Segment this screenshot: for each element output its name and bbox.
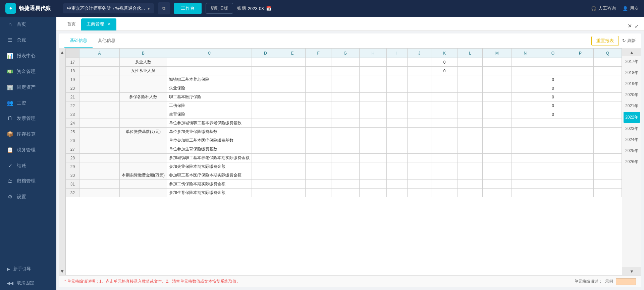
cell-17-g[interactable] xyxy=(331,58,359,67)
cell-31-i[interactable] xyxy=(387,180,407,189)
cell-30-f[interactable] xyxy=(306,171,331,180)
cell-25-p[interactable] xyxy=(567,128,593,136)
cell-19-k[interactable] xyxy=(431,75,458,84)
year-2024[interactable]: 2024年 xyxy=(622,134,641,145)
cell-28-j[interactable] xyxy=(407,154,431,162)
sidebar-item-finance[interactable]: 💵 资金管理 xyxy=(0,64,56,79)
cell-31-n[interactable] xyxy=(512,180,539,189)
cell-26-j[interactable] xyxy=(407,136,431,145)
reset-report-button[interactable]: 重置报表 xyxy=(591,36,619,46)
cell-31-k[interactable] xyxy=(431,180,458,189)
cell-17-j[interactable] xyxy=(407,58,431,67)
cell-21-j[interactable] xyxy=(407,93,431,101)
cell-20-g[interactable] xyxy=(331,84,359,93)
cell-31-c[interactable]: 参加工伤保险本期实际缴费金额 xyxy=(167,180,252,189)
cell-21-q[interactable] xyxy=(593,93,622,101)
cell-26-d[interactable] xyxy=(252,136,279,145)
cell-30-d[interactable] xyxy=(252,171,279,180)
cell-20-k[interactable] xyxy=(431,84,458,93)
cell-29-k[interactable] xyxy=(431,162,458,171)
cell-23-o[interactable]: 0 xyxy=(539,110,567,119)
cell-29-f[interactable] xyxy=(306,162,331,171)
cell-25-f[interactable] xyxy=(306,128,331,136)
cell-18-c[interactable] xyxy=(167,67,252,75)
cell-18-g[interactable] xyxy=(331,67,359,75)
cell-28-b[interactable] xyxy=(120,154,167,162)
cell-26-a[interactable] xyxy=(79,136,120,145)
cell-21-a[interactable] xyxy=(79,93,120,101)
cell-20-f[interactable] xyxy=(306,84,331,93)
year-up-button[interactable]: ▲ xyxy=(622,48,641,56)
workbench-button[interactable]: 工作台 xyxy=(174,3,202,14)
cell-18-n[interactable] xyxy=(512,67,539,75)
cell-19-l[interactable] xyxy=(458,75,483,84)
cell-22-c[interactable]: 工伤保险 xyxy=(167,101,252,110)
cell-30-q[interactable] xyxy=(593,171,622,180)
cell-30-e[interactable] xyxy=(279,171,306,180)
cell-27-j[interactable] xyxy=(407,145,431,154)
cell-20-o[interactable]: 0 xyxy=(539,84,567,93)
cell-23-a[interactable] xyxy=(79,110,120,119)
cell-22-o[interactable]: 0 xyxy=(539,101,567,110)
cell-22-g[interactable] xyxy=(331,101,359,110)
cell-28-a[interactable] xyxy=(79,154,120,162)
cell-28-m[interactable] xyxy=(483,154,512,162)
cell-20-p[interactable] xyxy=(567,84,593,93)
cell-21-o[interactable]: 0 xyxy=(539,93,567,101)
cell-19-o[interactable]: 0 xyxy=(539,75,567,84)
cell-25-k[interactable] xyxy=(431,128,458,136)
cell-31-p[interactable] xyxy=(567,180,593,189)
cell-25-m[interactable] xyxy=(483,128,512,136)
cell-25-a[interactable] xyxy=(79,128,120,136)
cell-18-e[interactable] xyxy=(279,67,306,75)
cell-21-m[interactable] xyxy=(483,93,512,101)
cell-21-d[interactable] xyxy=(252,93,279,101)
cell-30-g[interactable] xyxy=(331,171,359,180)
cell-31-f[interactable] xyxy=(306,180,331,189)
cell-23-p[interactable] xyxy=(567,110,593,119)
cell-25-l[interactable] xyxy=(458,128,483,136)
cell-28-h[interactable] xyxy=(359,154,386,162)
cell-20-b[interactable] xyxy=(120,84,167,93)
sidebar-item-tax[interactable]: 📋 税务管理 xyxy=(0,142,56,158)
cell-31-l[interactable] xyxy=(458,180,483,189)
cell-20-i[interactable] xyxy=(387,84,407,93)
cell-32-i[interactable] xyxy=(387,189,407,197)
year-2026[interactable]: 2026年 xyxy=(622,156,641,167)
cell-22-j[interactable] xyxy=(407,101,431,110)
cell-20-c[interactable]: 失业保险 xyxy=(167,84,252,93)
cell-22-f[interactable] xyxy=(306,101,331,110)
cell-17-f[interactable] xyxy=(306,58,331,67)
cell-30-j[interactable] xyxy=(407,171,431,180)
cell-17-n[interactable] xyxy=(512,58,539,67)
cell-31-b[interactable] xyxy=(120,180,167,189)
cell-26-i[interactable] xyxy=(387,136,407,145)
cell-32-o[interactable] xyxy=(539,189,567,197)
newguide-button[interactable]: ▶ 新手引导 xyxy=(0,262,56,276)
cell-20-n[interactable] xyxy=(512,84,539,93)
cell-27-n[interactable] xyxy=(512,145,539,154)
cell-17-l[interactable] xyxy=(458,58,483,67)
cell-29-p[interactable] xyxy=(567,162,593,171)
cell-20-m[interactable] xyxy=(483,84,512,93)
cell-19-f[interactable] xyxy=(306,75,331,84)
cell-23-l[interactable] xyxy=(458,110,483,119)
cell-23-h[interactable] xyxy=(359,110,386,119)
cell-18-d[interactable] xyxy=(252,67,279,75)
cell-27-d[interactable] xyxy=(252,145,279,154)
cell-32-k[interactable] xyxy=(431,189,458,197)
cell-27-f[interactable] xyxy=(306,145,331,154)
cell-28-k[interactable] xyxy=(431,154,458,162)
cell-28-q[interactable] xyxy=(593,154,622,162)
cell-25-c[interactable]: 单位参加失业保险缴费基数 xyxy=(167,128,252,136)
cell-24-l[interactable] xyxy=(458,119,483,128)
cell-26-q[interactable] xyxy=(593,136,622,145)
cell-23-q[interactable] xyxy=(593,110,622,119)
cell-19-b[interactable] xyxy=(120,75,167,84)
cell-31-a[interactable] xyxy=(79,180,120,189)
year-2019[interactable]: 2019年 xyxy=(622,78,641,89)
sidebar-item-invoice[interactable]: 🗒 发票管理 xyxy=(0,111,56,126)
cell-18-q[interactable] xyxy=(593,67,622,75)
cell-29-d[interactable] xyxy=(252,162,279,171)
cell-22-l[interactable] xyxy=(458,101,483,110)
